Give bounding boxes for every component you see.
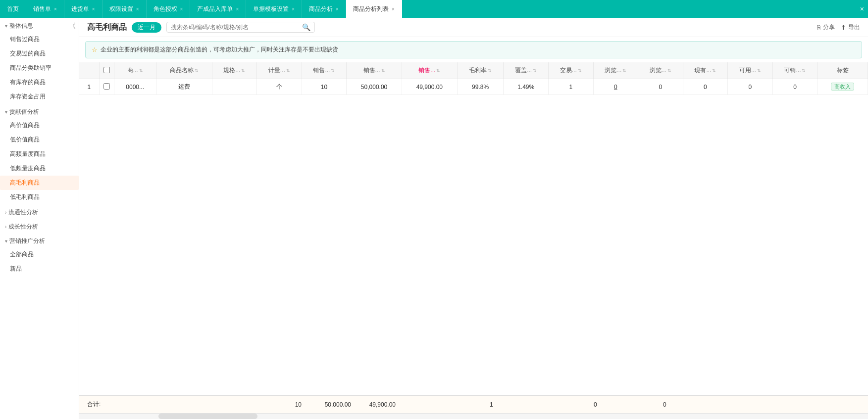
export-icon: ⬆ bbox=[841, 24, 846, 31]
cell-sales-amount: 50,000.00 bbox=[347, 79, 402, 95]
sidebar-item-product-sales-assist[interactable]: 商品分类助销率 bbox=[0, 61, 79, 75]
close-all-button[interactable]: × bbox=[860, 5, 864, 13]
horizontal-scrollbar[interactable] bbox=[79, 413, 868, 419]
col-sales-cost[interactable]: 销售... ⇅ bbox=[402, 62, 457, 79]
col-unit[interactable]: 计量... ⇅ bbox=[257, 62, 302, 79]
col-product-code[interactable]: 商... ⇅ bbox=[114, 62, 156, 79]
page-title: 高毛利商品 bbox=[87, 22, 127, 33]
close-permission-setup-tab[interactable]: × bbox=[136, 6, 139, 12]
footer-sales-amount: 50,000.00 bbox=[315, 401, 360, 408]
sort-product-code-icon: ⇅ bbox=[139, 68, 143, 73]
sort-spec-icon: ⇅ bbox=[241, 68, 245, 73]
footer-label: 合计: bbox=[79, 400, 108, 409]
col-trade[interactable]: 交易... ⇅ bbox=[548, 62, 593, 79]
cell-gross-margin: 99.8% bbox=[457, 79, 504, 95]
col-available2[interactable]: 可用... ⇅ bbox=[728, 62, 773, 79]
col-spec[interactable]: 规格... ⇅ bbox=[212, 62, 257, 79]
col-browse1[interactable]: 浏览... ⇅ bbox=[593, 62, 638, 79]
table-row: 1 0000... 运费 个 10 50,000.00 49,900.00 99… bbox=[79, 79, 868, 95]
sidebar-item-trading-products[interactable]: 交易过的商品 bbox=[0, 47, 79, 61]
cell-saleable: 0 bbox=[772, 79, 817, 95]
sidebar: 《 ▾ 整体信息 销售过商品 交易过的商品 商品分类助销率 有库存的商品 库存资… bbox=[0, 18, 79, 419]
col-available1[interactable]: 现有... ⇅ bbox=[683, 62, 728, 79]
footer-sales-cost: 49,900.00 bbox=[360, 401, 405, 408]
cell-trade: 1 bbox=[548, 79, 593, 95]
cell-index: 1 bbox=[79, 79, 99, 95]
col-browse2[interactable]: 浏览... ⇅ bbox=[638, 62, 683, 79]
sidebar-group-marketing[interactable]: ▾ 营销推广分析 bbox=[0, 233, 79, 247]
nav-tab-purchase[interactable]: 进货单 × bbox=[64, 0, 102, 18]
nav-tab-product-analysis[interactable]: 商品分析 × bbox=[302, 0, 346, 18]
col-index bbox=[79, 62, 99, 79]
sidebar-item-low-profit[interactable]: 低毛利商品 bbox=[0, 190, 79, 204]
col-checkbox bbox=[99, 62, 114, 79]
nav-tab-home[interactable]: 首页 bbox=[0, 0, 26, 18]
cell-product-name: 运费 bbox=[156, 79, 212, 95]
content-area: 高毛利商品 近一月 🔍 ⎘ 分享 ⬆ 导出 ☆ 企业的主要的利润都是这部分商品创… bbox=[79, 18, 868, 419]
sort-unit-icon: ⇅ bbox=[286, 68, 290, 73]
sidebar-item-low-freq[interactable]: 低频量度商品 bbox=[0, 161, 79, 176]
arrow-flow-icon: › bbox=[5, 210, 6, 215]
row-checkbox[interactable] bbox=[103, 83, 110, 90]
arrow-overall-icon: ▾ bbox=[5, 23, 7, 29]
export-button[interactable]: ⬆ 导出 bbox=[841, 23, 860, 32]
close-role-permission-tab[interactable]: × bbox=[180, 6, 183, 12]
nav-tab-role-permission[interactable]: 角色授权 × bbox=[147, 0, 191, 18]
col-cover[interactable]: 覆盖... ⇅ bbox=[504, 62, 549, 79]
cell-cover: 1.49% bbox=[504, 79, 549, 95]
tip-icon: ☆ bbox=[92, 46, 98, 53]
filter-button[interactable]: 近一月 bbox=[132, 22, 161, 33]
cell-browse1[interactable]: 0 bbox=[593, 79, 638, 95]
nav-tab-product-entry[interactable]: 产成品入库单 × bbox=[190, 0, 246, 18]
main-layout: 《 ▾ 整体信息 销售过商品 交易过的商品 商品分类助销率 有库存的商品 库存资… bbox=[0, 18, 868, 419]
col-sales-amount[interactable]: 销售... ⇅ bbox=[347, 62, 402, 79]
nav-tab-sales[interactable]: 销售单 × bbox=[26, 0, 64, 18]
sidebar-item-inventory-capital[interactable]: 库存资金占用 bbox=[0, 90, 79, 104]
tip-bar: ☆ 企业的主要的利润都是这部分商品创造的，可考虑加大推广，同时关注库存是不要出现… bbox=[85, 41, 862, 58]
col-product-name[interactable]: 商品名称 ⇅ bbox=[156, 62, 212, 79]
sort-browse1-icon: ⇅ bbox=[622, 68, 626, 73]
search-box: 🔍 bbox=[166, 22, 315, 33]
table-container[interactable]: 商... ⇅ 商品名称 ⇅ 规格... bbox=[79, 62, 868, 395]
sidebar-item-new-products[interactable]: 新品 bbox=[0, 262, 79, 276]
share-button[interactable]: ⎘ 分享 bbox=[817, 23, 835, 32]
table-header-row: 商... ⇅ 商品名称 ⇅ 规格... bbox=[79, 62, 868, 79]
sort-gross-margin-icon: ⇅ bbox=[488, 68, 492, 73]
cell-checkbox[interactable] bbox=[99, 79, 114, 95]
sidebar-group-growth[interactable]: › 成长性分析 bbox=[0, 219, 79, 233]
footer-total: 合计: 10 50,000.00 49,900.00 1 0 0 bbox=[79, 395, 868, 413]
cell-sales-cost: 49,900.00 bbox=[402, 79, 457, 95]
close-bill-template-tab[interactable]: × bbox=[292, 6, 295, 12]
sort-sales-cost-icon: ⇅ bbox=[436, 68, 440, 73]
close-purchase-tab[interactable]: × bbox=[92, 6, 95, 12]
close-sales-tab[interactable]: × bbox=[54, 6, 57, 12]
cell-available2: 0 bbox=[728, 79, 773, 95]
close-product-analysis-tab[interactable]: × bbox=[336, 6, 339, 12]
sidebar-item-inventory-products[interactable]: 有库存的商品 bbox=[0, 75, 79, 90]
sidebar-group-flow[interactable]: › 流通性分析 bbox=[0, 204, 79, 219]
sidebar-item-all-products[interactable]: 全部商品 bbox=[0, 247, 79, 262]
nav-tab-bill-template[interactable]: 单据模板设置 × bbox=[246, 0, 302, 18]
nav-tab-product-analysis-list[interactable]: 商品分析列表 × bbox=[346, 0, 402, 18]
cell-sales-qty: 10 bbox=[302, 79, 347, 95]
col-saleable[interactable]: 可销... ⇅ bbox=[772, 62, 817, 79]
sort-product-name-icon: ⇅ bbox=[195, 68, 199, 73]
col-sales-qty[interactable]: 销售... ⇅ bbox=[302, 62, 347, 79]
close-product-entry-tab[interactable]: × bbox=[236, 6, 239, 12]
close-product-analysis-list-tab[interactable]: × bbox=[392, 6, 395, 12]
sidebar-collapse-button[interactable]: 《 bbox=[69, 22, 76, 31]
sidebar-item-high-profit[interactable]: 高毛利商品 bbox=[0, 176, 79, 190]
sort-browse2-icon: ⇅ bbox=[667, 68, 671, 73]
col-gross-margin[interactable]: 毛利率 ⇅ bbox=[457, 62, 504, 79]
sidebar-group-finance[interactable]: ▾ 贡献值分析 bbox=[0, 104, 79, 118]
sidebar-item-high-freq[interactable]: 高频量度商品 bbox=[0, 147, 79, 161]
sidebar-item-high-value[interactable]: 高价值商品 bbox=[0, 118, 79, 133]
sidebar-group-overall[interactable]: ▾ 整体信息 bbox=[0, 18, 79, 32]
select-all-checkbox[interactable] bbox=[103, 67, 110, 73]
cell-tag: 高收入 bbox=[817, 79, 868, 95]
nav-tab-permission-setup[interactable]: 权限设置 × bbox=[102, 0, 147, 18]
search-icon[interactable]: 🔍 bbox=[302, 23, 310, 31]
sidebar-item-low-value[interactable]: 低价值商品 bbox=[0, 133, 79, 147]
search-input[interactable] bbox=[171, 24, 300, 31]
sidebar-item-sales-products[interactable]: 销售过商品 bbox=[0, 32, 79, 47]
